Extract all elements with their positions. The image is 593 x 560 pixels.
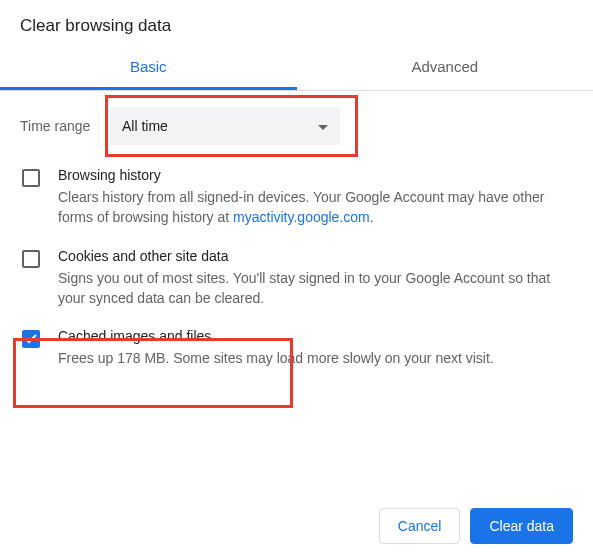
- tab-basic[interactable]: Basic: [0, 46, 297, 90]
- tabs: Basic Advanced: [0, 46, 593, 91]
- item-title: Browsing history: [58, 167, 573, 183]
- item-desc: Signs you out of most sites. You'll stay…: [58, 268, 573, 309]
- dialog-title: Clear browsing data: [0, 0, 593, 46]
- checkbox-cookies[interactable]: [22, 250, 40, 268]
- dialog-footer: Cancel Clear data: [379, 508, 573, 544]
- time-range-select[interactable]: All time: [110, 107, 340, 145]
- time-range-row: Time range All time: [0, 91, 593, 157]
- checkbox-cached[interactable]: [22, 330, 40, 348]
- item-cookies: Cookies and other site data Signs you ou…: [0, 238, 593, 319]
- cancel-button[interactable]: Cancel: [379, 508, 461, 544]
- myactivity-link[interactable]: myactivity.google.com: [233, 209, 370, 225]
- item-browsing-history: Browsing history Clears history from all…: [0, 157, 593, 238]
- time-range-label: Time range: [20, 118, 110, 134]
- item-cached: Cached images and files Frees up 178 MB.…: [0, 318, 593, 378]
- time-range-value: All time: [122, 118, 168, 134]
- tab-advanced[interactable]: Advanced: [297, 46, 594, 90]
- item-desc: Clears history from all signed-in device…: [58, 187, 573, 228]
- item-title: Cookies and other site data: [58, 248, 573, 264]
- clear-data-button[interactable]: Clear data: [470, 508, 573, 544]
- checkbox-browsing-history[interactable]: [22, 169, 40, 187]
- item-desc: Frees up 178 MB. Some sites may load mor…: [58, 348, 573, 368]
- item-title: Cached images and files: [58, 328, 573, 344]
- chevron-down-icon: [318, 118, 328, 134]
